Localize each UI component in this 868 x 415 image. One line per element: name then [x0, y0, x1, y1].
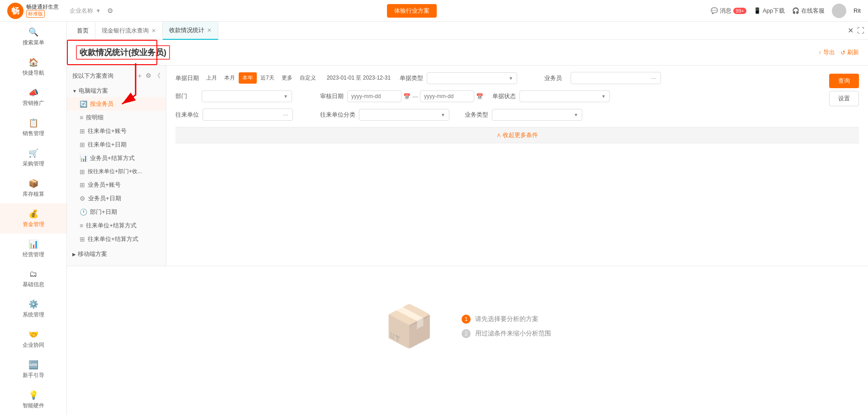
- partner-category-label: 往来单位分类: [320, 111, 355, 119]
- biz-type-label: 业务类型: [465, 111, 488, 119]
- scheme-icon-unit-method1: ≡: [80, 222, 83, 229]
- scheme-item-salesperson-date[interactable]: ⚙ 业务员+日期: [67, 192, 166, 205]
- collapse-bar[interactable]: ∧ 收起更多条件: [175, 127, 859, 143]
- date-btn-this-month[interactable]: 本月: [221, 72, 239, 84]
- workspace-arrow-icon[interactable]: ▾: [97, 7, 100, 14]
- page-header: 收款情况统计(按业务员) ↑ 导出 ↺ 刷新: [67, 40, 868, 66]
- refresh-btn[interactable]: ↺ 刷新: [840, 48, 859, 57]
- scheme-group-desktop-header[interactable]: ▼ 电脑端方案: [67, 85, 166, 97]
- download-icon: 📱: [754, 7, 761, 14]
- scheme-item-by-detail[interactable]: ≡ 按明细: [67, 111, 166, 124]
- tab-bank-flow[interactable]: 现金银行流水查询 ✕: [95, 22, 163, 40]
- review-date-range: 📅 — 📅: [347, 90, 483, 102]
- date-btn-this-year[interactable]: 本年: [239, 72, 257, 84]
- scheme-settings-icon[interactable]: ⚙: [146, 72, 151, 80]
- scheme-item-unit-dept[interactable]: ⊞ 按往来单位+部门+收...: [67, 165, 166, 178]
- maximize-window-icon[interactable]: ⛶: [857, 27, 864, 35]
- tab-bank-flow-close-icon[interactable]: ✕: [151, 28, 156, 34]
- scheme-item-salesperson-account[interactable]: ⊞ 业务员+账号: [67, 178, 166, 192]
- salesperson-more-icon[interactable]: ···: [651, 75, 656, 81]
- finance-icon: 💰: [28, 209, 38, 219]
- scheme-label-salesperson-account: 业务员+账号: [88, 181, 121, 189]
- logo-area: 畅 畅捷通好生意 标准版: [7, 3, 59, 19]
- sidebar-label-basic-info: 基础信息: [23, 281, 44, 288]
- sidebar-label-sales: 销售管理: [23, 130, 44, 137]
- top-bar-center: 体验行业方案: [387, 4, 437, 18]
- sidebar-item-operations[interactable]: 📊 经营管理: [0, 234, 66, 264]
- scheme-item-by-salesperson[interactable]: 🔄 按业务员: [67, 97, 166, 111]
- review-date-from-input[interactable]: [347, 90, 401, 102]
- scheme-item-unit-method2[interactable]: ⊞ 往来单位+结算方式: [67, 232, 166, 246]
- gear-icon[interactable]: ⚙: [107, 7, 113, 15]
- scheme-collapse-icon[interactable]: 《: [154, 72, 160, 80]
- try-industry-btn[interactable]: 体验行业方案: [387, 4, 437, 18]
- tab-receipt-stat[interactable]: 收款情况统计 ✕: [163, 22, 218, 40]
- app-download-item[interactable]: 📱 App下载: [754, 7, 785, 15]
- doc-status-field: 单据状态 ▾: [492, 90, 628, 102]
- sidebar-item-sales[interactable]: 📋 销售管理: [0, 113, 66, 143]
- partner-category-select[interactable]: ▾: [359, 109, 449, 121]
- add-scheme-icon[interactable]: ＋: [137, 72, 143, 80]
- sidebar-item-corp-coop[interactable]: 🤝 企业协同: [0, 324, 66, 354]
- sidebar-item-inventory[interactable]: 📦 库存核算: [0, 173, 66, 203]
- query-button[interactable]: 查询: [829, 74, 859, 88]
- workspace-name: 企业名称: [70, 7, 93, 15]
- online-service-item[interactable]: 🎧 在线客服: [792, 7, 825, 15]
- sidebar-item-smart-hw[interactable]: 💡 智能硬件: [0, 385, 66, 415]
- close-window-icon[interactable]: ✕: [848, 26, 854, 35]
- partner-select[interactable]: ···: [203, 108, 293, 121]
- layout: 🔍 搜索菜单 🏠 快捷导航 📣 营销推广 📋 销售管理 🛒 采购管理 📦 库存核…: [0, 0, 868, 415]
- date-btn-last-7days[interactable]: 近7天: [257, 72, 278, 84]
- scheme-item-unit-account[interactable]: ⊞ 往来单位+账号: [67, 124, 166, 138]
- scheme-icon-dept-date: 🕐: [80, 208, 87, 216]
- tab-bar-right: ✕ ⛶: [848, 26, 864, 35]
- doc-type-field: 单据类型 ▾: [400, 72, 535, 84]
- page-title: 收款情况统计(按业务员): [76, 45, 170, 60]
- main-content: 首页 现金银行流水查询 ✕ 收款情况统计 ✕ ✕ ⛶ 收款情况统计(按业务员): [67, 22, 868, 415]
- scheme-item-unit-method1[interactable]: ≡ 往来单位+结算方式: [67, 219, 166, 232]
- sidebar-item-finance[interactable]: 💰 资金管理: [0, 203, 66, 234]
- sidebar-label-operations: 经营管理: [23, 251, 44, 259]
- scheme-group-mobile-header[interactable]: ▶ 移动端方案: [67, 248, 166, 260]
- calendar-from-icon[interactable]: 📅: [403, 93, 410, 100]
- date-btn-custom[interactable]: 自定义: [296, 72, 320, 84]
- date-btn-last-month[interactable]: 上月: [203, 72, 221, 84]
- date-btn-more[interactable]: 更多: [278, 72, 296, 84]
- tab-receipt-stat-close-icon[interactable]: ✕: [207, 27, 212, 33]
- dept-field: 部门 ▾: [175, 90, 311, 102]
- partner-more-icon[interactable]: ···: [283, 111, 288, 118]
- schemes-panel: 按以下方案查询 ＋ ⚙ 《 ▼ 电脑端方案: [67, 66, 166, 266]
- collapse-label: ∧ 收起更多条件: [496, 132, 538, 138]
- review-date-to-input[interactable]: [420, 90, 474, 102]
- sidebar-item-quick-nav[interactable]: 🏠 快捷导航: [0, 52, 66, 82]
- top-bar-left: 畅 畅捷通好生意 标准版 企业名称 ▾ ⚙: [7, 3, 113, 19]
- dept-select[interactable]: ▾: [202, 90, 292, 102]
- scheme-label-by-detail: 按明细: [86, 113, 104, 122]
- search-panel: 按以下方案查询 ＋ ⚙ 《 ▼ 电脑端方案: [67, 66, 868, 266]
- sidebar-item-guide[interactable]: 🆕 新手引导: [0, 354, 66, 385]
- sidebar-item-search-menu[interactable]: 🔍 搜索菜单: [0, 22, 66, 52]
- export-btn[interactable]: ↑ 导出: [819, 48, 835, 57]
- doc-type-select[interactable]: ▾: [427, 72, 517, 84]
- date-separator: —: [412, 93, 418, 100]
- sidebar-item-basic-info[interactable]: 🗂 基础信息: [0, 264, 66, 294]
- service-icon: 🎧: [792, 7, 799, 14]
- step-1-label: 请先选择要分析的方案: [475, 315, 538, 323]
- tab-home[interactable]: 首页: [71, 22, 95, 40]
- scheme-item-salesperson-method[interactable]: 📊 业务员+结算方式: [67, 151, 166, 165]
- user-avatar[interactable]: [832, 4, 846, 18]
- tab-bar: 首页 现金银行流水查询 ✕ 收款情况统计 ✕ ✕ ⛶: [67, 22, 868, 40]
- calendar-to-icon[interactable]: 📅: [476, 93, 483, 100]
- date-quick-buttons: 上月 本月 本年 近7天 更多 自定义: [203, 72, 320, 84]
- biz-type-select[interactable]: ▾: [492, 109, 582, 121]
- doc-status-select[interactable]: ▾: [519, 90, 610, 102]
- scheme-item-unit-date[interactable]: ⊞ 往来单位+日期: [67, 138, 166, 151]
- messages-item[interactable]: 💬 消息 99+: [711, 7, 746, 15]
- sidebar-item-marketing[interactable]: 📣 营销推广: [0, 82, 66, 113]
- sidebar-item-system[interactable]: ⚙️ 系统管理: [0, 294, 66, 324]
- sidebar-item-purchase[interactable]: 🛒 采购管理: [0, 143, 66, 173]
- settings-button[interactable]: 设置: [829, 91, 859, 106]
- tab-home-label: 首页: [77, 27, 89, 35]
- salesperson-select[interactable]: ···: [571, 72, 661, 84]
- scheme-item-dept-date[interactable]: 🕐 部门+日期: [67, 205, 166, 219]
